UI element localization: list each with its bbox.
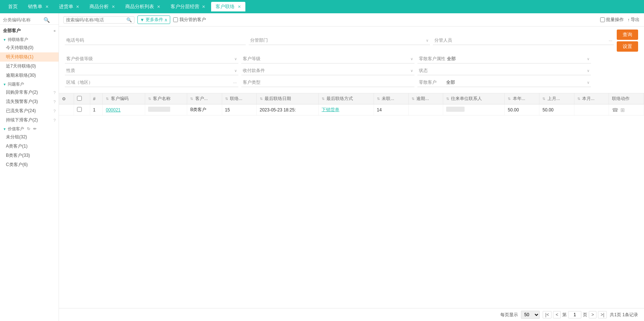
- gender-dropdown-icon[interactable]: ∨: [234, 69, 237, 73]
- filter-retail-customer: 零散客户 全部 ∨: [417, 78, 591, 87]
- customer-table: ⚙ # ⇅ 客户编码 ⇅ 客户名称 ⇅ 客户...: [59, 93, 644, 115]
- nav-sales[interactable]: 销售单 ✕: [24, 2, 53, 11]
- col-contact[interactable]: ⇅ 联络...: [222, 93, 256, 104]
- action-icons: ☎ ⊞: [612, 107, 641, 113]
- col-name[interactable]: ⇅ 客户名称: [145, 93, 187, 104]
- action-call-icon[interactable]: ☎: [612, 107, 618, 113]
- all-customers-header[interactable]: 全部客户 «: [0, 26, 59, 35]
- filter-status-input[interactable]: [445, 68, 587, 73]
- col-last-date[interactable]: ⇅ 最后联络日期: [256, 93, 318, 104]
- filter-customer-level-label: 客户等级: [243, 56, 269, 62]
- nav-customer-contact-close[interactable]: ✕: [238, 4, 241, 9]
- sidebar-item-class-b[interactable]: B类客户(33): [0, 151, 59, 160]
- value-section-refresh[interactable]: ↻: [27, 127, 30, 131]
- col-overdue[interactable]: ⇅ 逾期...: [408, 93, 443, 104]
- search-icon[interactable]: 🔍: [126, 17, 132, 23]
- col-type[interactable]: ⇅ 客户...: [187, 93, 222, 104]
- retail-customer-dropdown-icon[interactable]: ∨: [587, 80, 589, 84]
- batch-checkbox[interactable]: [600, 17, 605, 22]
- filter-customer-type-label: 客户类型: [243, 79, 269, 86]
- nav-customer-segmentation[interactable]: 客户分层经营 ✕: [166, 2, 210, 11]
- last-page-btn[interactable]: >|: [598, 311, 607, 318]
- row-last-method[interactable]: 下销货单: [319, 104, 374, 115]
- sidebar-search-icon[interactable]: 🔍: [43, 17, 50, 23]
- sidebar-item-ungrouped[interactable]: 未分组(32): [0, 132, 59, 142]
- nav-product-analysis-close[interactable]: ✕: [112, 4, 115, 9]
- prev-page-btn[interactable]: <: [553, 311, 561, 318]
- value-section-edit[interactable]: ✏: [33, 127, 36, 131]
- filter-row-3: 性质 ∨ 收付款条件 ∨ 状态 ∨: [65, 66, 638, 75]
- nav-home[interactable]: 首页: [4, 2, 22, 11]
- nav-customer-contact[interactable]: 客户联络 ✕: [211, 2, 245, 11]
- filter-customer-level-input[interactable]: [269, 56, 411, 62]
- region-dots-icon[interactable]: ···: [233, 80, 237, 85]
- per-page-select[interactable]: 50 100 200: [521, 311, 540, 319]
- export-btn[interactable]: ↑ 导出: [627, 17, 640, 23]
- col-this-month[interactable]: ⇅ 本月...: [574, 93, 609, 104]
- sidebar-item-tomorrow-contact[interactable]: 明天待联络(1): [0, 52, 59, 62]
- filter-more-btn[interactable]: ▼ 更多条件 ∧: [137, 15, 170, 24]
- nav-product-analysis-list-close[interactable]: ✕: [157, 4, 160, 9]
- action-grid-icon[interactable]: ⊞: [620, 107, 625, 113]
- sidebar-item-abnormal-repurchase[interactable]: 回购异常客户(2) ?: [0, 88, 59, 97]
- col-no-contact[interactable]: ⇅ 未联...: [374, 93, 408, 104]
- filter-payment-input[interactable]: [269, 68, 411, 73]
- nav-purchase[interactable]: 进货单 ✕: [55, 2, 84, 11]
- query-button[interactable]: 查询: [617, 30, 638, 40]
- manager-dots-icon[interactable]: ···: [609, 38, 612, 43]
- my-customers-checkbox[interactable]: [173, 17, 178, 22]
- table-footer: 每页显示 50 100 200 |< < 第 页 > >| 共1页 1条记录: [59, 308, 644, 321]
- customer-level-dropdown-icon[interactable]: ∨: [410, 57, 413, 61]
- filter-customer-value-input[interactable]: [93, 56, 234, 62]
- sidebar-item-churned[interactable]: 已流失客户(24) ?: [0, 106, 59, 115]
- nav-product-analysis-list[interactable]: 商品分析列表 ✕: [121, 2, 165, 11]
- payment-dropdown-icon[interactable]: ∨: [410, 69, 413, 73]
- sidebar-item-class-c[interactable]: C类客户(6): [0, 160, 59, 169]
- col-last-method[interactable]: ⇅ 最后联络方式: [319, 93, 374, 104]
- batch-operation-btn[interactable]: 批量操作: [600, 17, 624, 23]
- table-row: 1 000021 B类客户 15 2023-05-23 18:25: 下销货单 …: [59, 104, 644, 115]
- sidebar-item-class-a[interactable]: A类客户(1): [0, 142, 59, 151]
- my-customers-checkbox-label[interactable]: 我分管的客户: [173, 17, 206, 23]
- first-page-btn[interactable]: |<: [543, 311, 552, 318]
- col-liaison[interactable]: ⇅ 往来单位联系人: [443, 93, 505, 104]
- filter-dept-input[interactable]: [276, 38, 426, 43]
- next-page-btn[interactable]: >: [589, 311, 596, 318]
- nav-product-analysis[interactable]: 商品分析 ✕: [85, 2, 119, 11]
- dept-dropdown-icon[interactable]: ∨: [426, 38, 428, 42]
- sidebar-item-today-contact[interactable]: 今天待联络(0): [0, 43, 59, 52]
- col-last-month[interactable]: ⇅ 上月...: [539, 93, 574, 104]
- col-this-year[interactable]: ⇅ 本年...: [505, 93, 539, 104]
- col-gear[interactable]: ⚙: [59, 93, 74, 104]
- page-number-input[interactable]: [568, 311, 581, 318]
- status-dropdown-icon[interactable]: ∨: [587, 69, 589, 73]
- search-input[interactable]: [66, 17, 125, 23]
- filter-customer-type-input[interactable]: [269, 80, 413, 85]
- col-last-method-sort-icon: ⇅: [322, 97, 325, 101]
- nav-customer-segmentation-close[interactable]: ✕: [202, 4, 205, 9]
- sidebar-item-7days-contact[interactable]: 近7天待联络(0): [0, 62, 59, 71]
- customer-value-dropdown-icon[interactable]: ∨: [234, 57, 237, 61]
- sidebar-item-overdue-contact[interactable]: 逾期未联络(30): [0, 71, 59, 80]
- filter-gender-input[interactable]: [92, 68, 234, 73]
- row-select-checkbox[interactable]: [77, 107, 82, 112]
- filter-manager-label: 分管人员: [434, 37, 460, 44]
- filter-manager-input[interactable]: [460, 38, 609, 43]
- row-code[interactable]: 000021: [103, 104, 145, 115]
- row-checkbox[interactable]: [74, 104, 90, 115]
- sidebar-item-churn-warning[interactable]: 流失预警客户(3) ?: [0, 97, 59, 106]
- sidebar-search-input[interactable]: [3, 17, 43, 23]
- nav-sales-close[interactable]: ✕: [45, 4, 49, 9]
- select-all-checkbox[interactable]: [77, 96, 82, 101]
- total-records: 共1页 1条记录: [610, 312, 638, 318]
- settings-button[interactable]: 设置: [617, 41, 638, 52]
- problem-section-label: ▼ 问题客户: [0, 80, 59, 88]
- sidebar-item-declining[interactable]: 持续下滑客户(2) ?: [0, 115, 59, 125]
- filter-gender: 性质 ∨: [65, 66, 238, 75]
- nav-purchase-close[interactable]: ✕: [76, 4, 79, 9]
- filter-phone-input[interactable]: [92, 38, 244, 43]
- col-code[interactable]: ⇅ 客户编码: [103, 93, 145, 104]
- filter-region-input[interactable]: [93, 80, 233, 85]
- col-checkbox[interactable]: [74, 93, 90, 104]
- retail-attr-dropdown-icon[interactable]: ∨: [587, 57, 589, 61]
